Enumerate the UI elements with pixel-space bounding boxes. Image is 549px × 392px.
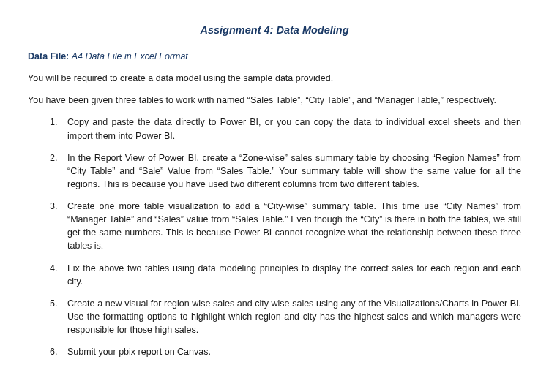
intro-paragraph-1: You will be required to create a data mo…	[28, 72, 521, 85]
step-item: In the Report View of Power BI, create a…	[28, 151, 521, 191]
steps-list: Copy and paste the data directly to Powe…	[28, 116, 521, 358]
data-file-label: Data File:	[28, 51, 69, 61]
step-item: Submit your pbix report on Canvas.	[28, 345, 521, 358]
data-file-value: A4 Data File in Excel Format	[72, 51, 188, 61]
assignment-title: Assignment 4: Data Modeling	[28, 23, 521, 38]
intro-paragraph-2: You have been given three tables to work…	[28, 94, 521, 107]
step-item: Create one more table visualization to a…	[28, 200, 521, 253]
step-item: Fix the above two tables using data mode…	[28, 262, 521, 288]
top-horizontal-rule	[28, 15, 521, 15]
step-item: Copy and paste the data directly to Powe…	[28, 116, 521, 142]
data-file-line: Data File: A4 Data File in Excel Format	[28, 50, 521, 63]
step-item: Create a new visual for region wise sale…	[28, 297, 521, 336]
